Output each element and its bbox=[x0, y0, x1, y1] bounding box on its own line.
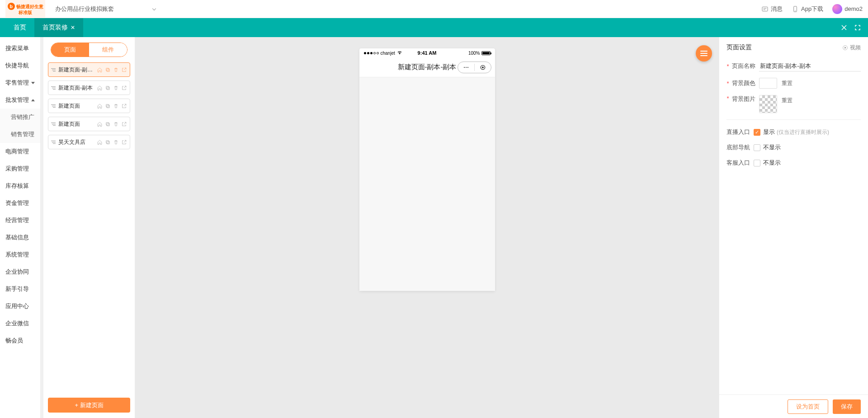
floating-menu-button[interactable] bbox=[696, 45, 712, 62]
svg-rect-7 bbox=[107, 105, 109, 108]
user-menu[interactable]: demo2 bbox=[832, 4, 863, 14]
copy-icon[interactable] bbox=[105, 67, 111, 73]
video-help-link[interactable]: 视频 bbox=[842, 44, 861, 52]
sidebar-item-quicknav[interactable]: 快捷导航 bbox=[0, 57, 40, 74]
drag-handle-icon[interactable] bbox=[51, 86, 56, 90]
drag-handle-icon[interactable] bbox=[51, 141, 56, 144]
required-icon: * bbox=[726, 63, 729, 70]
check-live: 直播入口 显示 (仅当进行直播时展示) bbox=[726, 128, 861, 136]
message-icon bbox=[761, 5, 769, 13]
checkbox-live[interactable] bbox=[754, 129, 760, 136]
seg-tab-pages[interactable]: 页面 bbox=[51, 43, 89, 57]
field-bg-color: * 背景颜色 重置 bbox=[726, 78, 861, 89]
copy-icon[interactable] bbox=[105, 85, 111, 91]
sidebar-item-purchase[interactable]: 采购管理 bbox=[0, 160, 40, 177]
drag-handle-icon[interactable] bbox=[51, 104, 56, 108]
delete-icon[interactable] bbox=[113, 121, 119, 127]
drag-handle-icon[interactable] bbox=[51, 68, 56, 71]
svg-point-2 bbox=[795, 10, 796, 11]
sidebar-item-sales[interactable]: 销售管理 bbox=[0, 126, 40, 143]
close-button[interactable] bbox=[837, 18, 851, 37]
sidebar-item-marketing[interactable]: 营销推广 bbox=[0, 109, 40, 126]
fullscreen-button[interactable] bbox=[851, 18, 864, 37]
delete-icon[interactable] bbox=[113, 67, 119, 73]
app-download-link[interactable]: App下载 bbox=[792, 5, 823, 13]
sidebar-item-guide[interactable]: 新手引导 bbox=[0, 280, 40, 298]
external-icon[interactable] bbox=[121, 139, 127, 145]
sidebar-item-search[interactable]: 搜索菜单 bbox=[0, 40, 40, 57]
page-name: 昊天文具店 bbox=[58, 138, 94, 146]
page-name: 新建页面-副本 bbox=[58, 84, 94, 92]
reset-color-button[interactable]: 重置 bbox=[782, 80, 793, 87]
panel-title: 页面设置 bbox=[726, 43, 752, 52]
required-icon: * bbox=[726, 80, 729, 87]
external-icon[interactable] bbox=[121, 103, 127, 109]
reset-image-button[interactable]: 重置 bbox=[782, 97, 793, 104]
check-service: 客服入口 不显示 bbox=[726, 159, 861, 167]
copy-icon[interactable] bbox=[105, 139, 111, 145]
page-item[interactable]: 新建页面 bbox=[48, 99, 130, 113]
page-item[interactable]: 昊天文具店 bbox=[48, 135, 130, 149]
tab-close-icon[interactable]: ✕ bbox=[71, 24, 75, 31]
copy-icon[interactable] bbox=[105, 121, 111, 127]
page-name: 新建页面-副本... bbox=[58, 66, 94, 74]
check-hint: (仅当进行直播时展示) bbox=[777, 128, 829, 136]
external-icon[interactable] bbox=[121, 121, 127, 127]
sidebar-item-collab[interactable]: 企业协同 bbox=[0, 263, 40, 280]
miniprogram-capsule[interactable] bbox=[458, 62, 491, 73]
capsule-more-icon[interactable] bbox=[458, 62, 474, 73]
sidebar-item-basic[interactable]: 基础信息 bbox=[0, 229, 40, 246]
home-icon[interactable] bbox=[97, 67, 103, 73]
delete-icon[interactable] bbox=[113, 139, 119, 145]
home-icon[interactable] bbox=[97, 139, 103, 145]
home-icon[interactable] bbox=[97, 85, 103, 91]
account-selector[interactable]: 办公用品行业模拟账套 bbox=[55, 5, 156, 13]
page-name-input[interactable] bbox=[759, 61, 861, 71]
sidebar-item-funds[interactable]: 资金管理 bbox=[0, 195, 40, 212]
phone-time: 9:41 AM bbox=[359, 50, 495, 56]
copy-icon[interactable] bbox=[105, 103, 111, 109]
phone-body[interactable] bbox=[359, 77, 495, 291]
home-icon[interactable] bbox=[97, 103, 103, 109]
page-item[interactable]: 新建页面-副本... bbox=[48, 62, 130, 77]
hamburger-icon bbox=[700, 51, 708, 52]
sidebar-item-retail[interactable]: 零售管理 bbox=[0, 74, 40, 91]
color-swatch[interactable] bbox=[759, 78, 777, 89]
sidebar-item-ecommerce[interactable]: 电商管理 bbox=[0, 143, 40, 160]
set-home-button[interactable]: 设为首页 bbox=[788, 399, 828, 414]
page-item[interactable]: 新建页面-副本 bbox=[48, 81, 130, 95]
delete-icon[interactable] bbox=[113, 85, 119, 91]
battery-icon bbox=[481, 51, 491, 55]
delete-icon[interactable] bbox=[113, 103, 119, 109]
tab-page-decorate[interactable]: 首页装修 ✕ bbox=[34, 18, 83, 37]
external-icon[interactable] bbox=[121, 85, 127, 91]
external-icon[interactable] bbox=[121, 67, 127, 73]
tab-label: 首页 bbox=[14, 24, 26, 32]
drag-handle-icon[interactable] bbox=[51, 123, 56, 126]
logo[interactable]: b 畅捷通好生意 标准版 bbox=[5, 0, 45, 18]
capsule-close-icon[interactable] bbox=[475, 62, 491, 73]
tab-home[interactable]: 首页 bbox=[5, 18, 34, 37]
check-text: 显示 bbox=[763, 128, 775, 136]
save-button[interactable]: 保存 bbox=[833, 399, 861, 414]
sidebar-item-inventory[interactable]: 库存核算 bbox=[0, 177, 40, 195]
checkbox-bottom-nav[interactable] bbox=[754, 144, 760, 151]
checkbox-service[interactable] bbox=[754, 160, 760, 166]
image-picker[interactable] bbox=[759, 95, 777, 113]
sidebar-item-system[interactable]: 系统管理 bbox=[0, 246, 40, 263]
page-item[interactable]: 新建页面 bbox=[48, 117, 130, 131]
sidebar-item-appcenter[interactable]: 应用中心 bbox=[0, 298, 40, 315]
messages-label: 消息 bbox=[771, 5, 783, 13]
seg-tab-components[interactable]: 组件 bbox=[89, 43, 127, 57]
sidebar-item-member[interactable]: 畅会员 bbox=[0, 332, 40, 349]
sidebar-item-wholesale[interactable]: 批发管理 bbox=[0, 91, 40, 109]
sidebar-item-wechat[interactable]: 企业微信 bbox=[0, 315, 40, 332]
divider bbox=[726, 119, 861, 120]
phone-preview: chanjet 9:41 AM 100% 新建页面-副本-副本 bbox=[359, 48, 495, 291]
messages-link[interactable]: 消息 bbox=[761, 5, 783, 13]
header-right: 消息 App下载 demo2 bbox=[761, 4, 863, 14]
new-page-button[interactable]: + 新建页面 bbox=[48, 398, 130, 413]
home-icon[interactable] bbox=[97, 121, 103, 127]
settings-panel: 页面设置 视频 * 页面名称 * 背景颜色 重置 * 背景图片 重 bbox=[719, 37, 868, 418]
sidebar-item-operation[interactable]: 经营管理 bbox=[0, 212, 40, 229]
